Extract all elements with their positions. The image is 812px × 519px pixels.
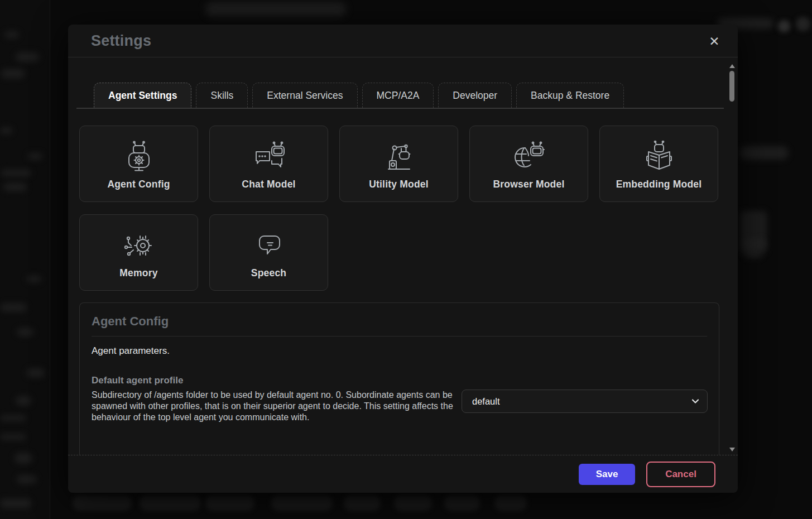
tab-backup-restore[interactable]: Backup & Restore	[516, 83, 624, 108]
cancel-button[interactable]: Cancel	[646, 462, 715, 487]
dimmed-sidebar-element	[0, 499, 31, 508]
memory-icon	[121, 229, 157, 262]
dimmed-sidebar-element	[28, 153, 42, 160]
scroll-down-arrow-icon[interactable]	[729, 448, 735, 451]
card-utility-model[interactable]: Utility Model	[339, 126, 458, 202]
dimmed-bottom-button	[205, 496, 254, 511]
card-label: Agent Config	[107, 179, 170, 190]
settings-nav-cards: Agent Config Chat Model	[79, 126, 718, 291]
save-button[interactable]: Save	[579, 464, 635, 485]
dimmed-sidebar-element	[1, 170, 31, 176]
dimmed-right-element	[744, 251, 762, 258]
card-label: Speech	[251, 267, 286, 279]
card-browser-model[interactable]: Browser Model	[469, 126, 588, 202]
dimmed-sidebar-element	[27, 276, 41, 282]
modal-content: Agent Settings Skills External Services …	[68, 57, 738, 455]
dimmed-topbar-icon	[796, 17, 810, 31]
card-label: Browser Model	[493, 179, 564, 190]
section-divider	[92, 336, 707, 337]
dimmed-sidebar-element	[16, 396, 31, 405]
tab-external-services[interactable]: External Services	[252, 83, 357, 108]
dimmed-right-element	[743, 239, 766, 249]
tab-developer[interactable]: Developer	[438, 83, 512, 108]
dimmed-sidebar-element	[17, 328, 33, 336]
dimmed-sidebar-element	[16, 52, 39, 61]
modal-scrollbar	[728, 57, 737, 455]
card-label: Memory	[119, 267, 157, 279]
embedding-model-icon	[641, 141, 678, 173]
dimmed-header-text	[205, 2, 346, 17]
tab-mcp-a2a[interactable]: MCP/A2A	[362, 83, 434, 108]
scrollbar-thumb[interactable]	[729, 71, 734, 102]
dimmed-sidebar-element	[0, 415, 26, 421]
dimmed-sidebar-element	[0, 127, 12, 134]
modal-header: Settings ✕	[68, 25, 738, 57]
field-description: Subdirectory of /agents folder to be use…	[92, 390, 453, 423]
dimmed-sidebar-element	[27, 368, 45, 377]
close-icon[interactable]: ✕	[705, 32, 723, 50]
browser-model-icon	[511, 141, 547, 173]
card-memory[interactable]: Memory	[79, 214, 198, 291]
dimmed-sidebar-element	[3, 183, 27, 191]
default-agent-profile-select[interactable]: default	[462, 390, 708, 413]
field-default-agent-profile: Default agent profile Subdirectory of /a…	[92, 375, 707, 423]
dimmed-bottom-button	[73, 496, 132, 511]
dimmed-bottom-button	[271, 496, 333, 511]
dimmed-sidebar-element	[1, 69, 25, 78]
dimmed-topbar-icon	[778, 20, 790, 32]
tab-agent-settings[interactable]: Agent Settings	[94, 83, 191, 108]
section-title: Agent Config	[92, 314, 707, 329]
card-agent-config[interactable]: Agent Config	[79, 126, 198, 202]
card-speech[interactable]: Speech	[209, 214, 328, 291]
tab-skills[interactable]: Skills	[196, 83, 248, 108]
settings-tabs: Agent Settings Skills External Services …	[76, 83, 724, 109]
card-label: Utility Model	[369, 179, 429, 190]
speech-icon	[251, 229, 287, 262]
modal-footer: Save Cancel	[68, 455, 738, 493]
profile-select-wrap: default	[462, 390, 708, 413]
card-chat-model[interactable]: Chat Model	[209, 126, 328, 202]
card-embedding-model[interactable]: Embedding Model	[599, 126, 718, 202]
utility-model-icon	[381, 141, 417, 173]
dimmed-sidebar-element	[15, 453, 32, 463]
dimmed-bottom-button	[494, 496, 527, 511]
card-label: Embedding Model	[616, 179, 702, 190]
dimmed-sidebar-element	[0, 434, 26, 440]
dimmed-sidebar-element	[17, 475, 37, 483]
settings-modal: Settings ✕ Agent Settings Skills Externa…	[68, 25, 738, 493]
scroll-up-arrow-icon[interactable]	[729, 64, 735, 68]
modal-title: Settings	[91, 32, 151, 50]
dimmed-bottom-button	[444, 496, 480, 511]
section-agent-config: Agent Config Agent parameters. Default a…	[79, 302, 719, 455]
dimmed-sidebar-element	[4, 31, 19, 38]
dimmed-sidebar-element	[0, 304, 27, 311]
chat-model-icon	[251, 141, 287, 173]
card-label: Chat Model	[242, 179, 295, 190]
agent-config-icon	[121, 141, 157, 173]
field-label: Default agent profile	[92, 375, 707, 386]
dimmed-bottom-button	[140, 496, 201, 511]
dimmed-bottom-button	[394, 496, 432, 511]
dimmed-bottom-button	[344, 496, 381, 511]
section-subtitle: Agent parameters.	[92, 345, 707, 357]
dimmed-right-element	[739, 146, 789, 160]
